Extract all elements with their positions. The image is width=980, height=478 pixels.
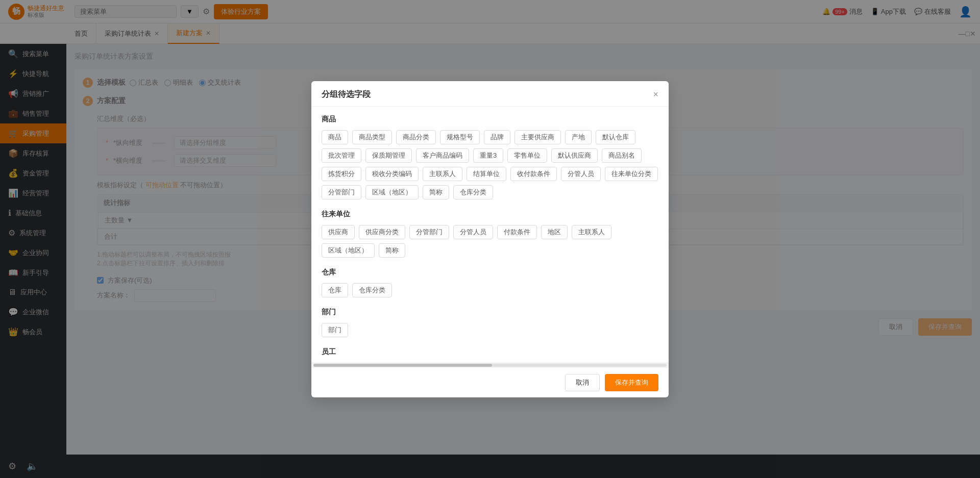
- dialog: 分组待选字段 × 商品 商品 商品类型 商品分类 规格型号 品牌 主要供应商 产…: [311, 81, 669, 397]
- section-dept-title: 部门: [322, 308, 658, 317]
- tag-weight3[interactable]: 重量3: [473, 148, 503, 163]
- tag-region-goods[interactable]: 区域（地区）: [365, 185, 419, 199]
- tag-goods-type[interactable]: 商品类型: [352, 130, 392, 144]
- tag-origin[interactable]: 产地: [565, 130, 592, 144]
- overlay: 分组待选字段 × 商品 商品 商品类型 商品分类 规格型号 品牌 主要供应商 产…: [0, 0, 980, 478]
- tag-main-contact[interactable]: 主联系人: [423, 167, 462, 181]
- section-goods: 商品 商品 商品类型 商品分类 规格型号 品牌 主要供应商 产地 默认仓库 批次…: [322, 115, 658, 199]
- tag-abbr-cp[interactable]: 简称: [379, 243, 405, 258]
- tag-counterpart-category[interactable]: 往来单位分类: [605, 167, 658, 181]
- section-counterpart-title: 往来单位: [322, 210, 658, 219]
- tag-tax-code[interactable]: 税收分类编码: [365, 167, 419, 181]
- tag-supervisor[interactable]: 分管人员: [561, 167, 601, 181]
- dept-tags: 部门: [322, 323, 658, 337]
- tag-dept-cp[interactable]: 分管部门: [409, 225, 449, 239]
- tag-spec-model[interactable]: 规格型号: [440, 130, 480, 144]
- tag-area-cp[interactable]: 区域（地区）: [322, 243, 375, 258]
- goods-tags: 商品 商品类型 商品分类 规格型号 品牌 主要供应商 产地 默认仓库 批次管理 …: [322, 130, 658, 199]
- tag-default-supplier[interactable]: 默认供应商: [551, 148, 598, 163]
- section-employee-title: 员工: [322, 347, 658, 357]
- tag-payment-terms-cp[interactable]: 付款条件: [497, 225, 537, 239]
- warehouse-tags: 仓库 仓库分类: [322, 283, 658, 297]
- dialog-body[interactable]: 商品 商品 商品类型 商品分类 规格型号 品牌 主要供应商 产地 默认仓库 批次…: [311, 107, 669, 363]
- section-counterpart: 往来单位 供应商 供应商分类 分管部门 分管人员 付款条件 地区 主联系人 区域…: [322, 210, 658, 258]
- tag-goods[interactable]: 商品: [322, 130, 348, 144]
- section-goods-title: 商品: [322, 115, 658, 124]
- tag-dept[interactable]: 部门: [322, 323, 348, 337]
- tag-warehouse-category[interactable]: 仓库分类: [352, 283, 392, 297]
- hscroll-thumb[interactable]: [313, 364, 492, 367]
- dialog-header: 分组待选字段 ×: [311, 81, 669, 107]
- section-warehouse: 仓库 仓库 仓库分类: [322, 268, 658, 297]
- tag-payment-terms[interactable]: 收付款条件: [510, 167, 557, 181]
- dialog-footer: 取消 保存并查询: [311, 367, 669, 397]
- tag-warehouse-cat[interactable]: 仓库分类: [453, 185, 493, 199]
- counterpart-tags: 供应商 供应商分类 分管部门 分管人员 付款条件 地区 主联系人 区域（地区） …: [322, 225, 658, 258]
- tag-shelf-life[interactable]: 保质期管理: [365, 148, 412, 163]
- tag-region-cp[interactable]: 地区: [541, 225, 568, 239]
- tag-goods-alias[interactable]: 商品别名: [602, 148, 642, 163]
- dialog-title: 分组待选字段: [322, 89, 371, 100]
- tag-main-contact-cp[interactable]: 主联系人: [572, 225, 611, 239]
- tag-pick-points[interactable]: 拣货积分: [322, 167, 361, 181]
- tag-brand[interactable]: 品牌: [484, 130, 510, 144]
- tag-supplier-cat[interactable]: 供应商分类: [359, 225, 405, 239]
- tag-dept-goods[interactable]: 分管部门: [322, 185, 361, 199]
- tag-abbr-goods[interactable]: 简称: [423, 185, 449, 199]
- tag-warehouse[interactable]: 仓库: [322, 283, 348, 297]
- tag-goods-category[interactable]: 商品分类: [396, 130, 436, 144]
- section-employee: 员工 业务员: [322, 347, 658, 363]
- dialog-save-button[interactable]: 保存并查询: [605, 374, 658, 391]
- tag-supervisor-cp[interactable]: 分管人员: [453, 225, 493, 239]
- tag-default-warehouse[interactable]: 默认仓库: [596, 130, 635, 144]
- tag-main-supplier[interactable]: 主要供应商: [514, 130, 561, 144]
- tag-settlement-unit[interactable]: 结算单位: [467, 167, 506, 181]
- section-dept: 部门 部门: [322, 308, 658, 337]
- dialog-close-button[interactable]: ×: [653, 89, 658, 100]
- dialog-cancel-button[interactable]: 取消: [565, 374, 600, 391]
- section-warehouse-title: 仓库: [322, 268, 658, 277]
- tag-retail-unit[interactable]: 零售单位: [507, 148, 547, 163]
- tag-batch-mgmt[interactable]: 批次管理: [322, 148, 361, 163]
- tag-supplier[interactable]: 供应商: [322, 225, 355, 239]
- hscroll-bar[interactable]: [311, 363, 669, 367]
- tag-customer-code[interactable]: 客户商品编码: [416, 148, 469, 163]
